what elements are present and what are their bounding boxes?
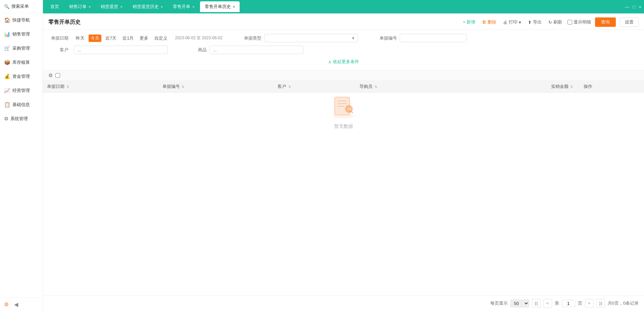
- goods-field[interactable]: [213, 47, 300, 52]
- tab-home[interactable]: 首页: [46, 1, 64, 12]
- export-icon: ⬆: [528, 20, 532, 25]
- order-no-input[interactable]: [400, 34, 467, 42]
- date-opt-yesterday[interactable]: 昨天: [74, 35, 87, 42]
- select-all-checkbox[interactable]: [55, 73, 60, 78]
- empty-text: 暂无数据: [334, 123, 353, 129]
- tab-retail-history-label: 零售开单历史: [205, 4, 231, 10]
- sidebar-search[interactable]: 🔍 搜索采单: [0, 0, 43, 13]
- th-salesman[interactable]: 导购员 ⇅: [355, 81, 454, 93]
- date-options: 昨天 今天 近7天 近1月 更多 自定义: [74, 35, 169, 42]
- prev-page-button[interactable]: ＜: [543, 299, 552, 308]
- sort-icon: ⇅: [182, 85, 184, 89]
- tab-sales-return-label: 销货退货: [101, 4, 118, 10]
- sidebar-item-system[interactable]: ⚙ 系统管理: [0, 112, 43, 126]
- sidebar-item-quick-nav[interactable]: 🏠 快捷导航: [0, 13, 43, 27]
- date-opt-today[interactable]: 今天: [89, 35, 101, 42]
- delete-button[interactable]: 🗑 删除: [481, 18, 498, 26]
- filter-row-date: 单据日期 昨天 今天 近7天 近1月 更多 自定义 2023-06-02 至 2…: [48, 34, 639, 42]
- sidebar-item-purchase-mgmt[interactable]: 🛒 采购管理: [0, 41, 43, 55]
- tab-sales-return-history-label: 销货退货历史: [133, 4, 159, 10]
- page-number-input[interactable]: 1: [562, 300, 575, 307]
- tab-sales-order-label: 销售订单: [69, 4, 87, 10]
- date-opt-custom[interactable]: 自定义: [152, 35, 169, 42]
- query-button[interactable]: 查询: [595, 17, 616, 27]
- tab-retail-open-label: 零售开单: [173, 4, 190, 10]
- customer-field[interactable]: [78, 47, 164, 52]
- date-opt-7days[interactable]: 近7天: [103, 35, 118, 42]
- add-button[interactable]: + 新增: [461, 18, 477, 26]
- close-button[interactable]: ×: [639, 4, 641, 9]
- refresh-button[interactable]: ↻ 刷新: [547, 18, 563, 26]
- sidebar-item-operations[interactable]: 📈 经营管理: [0, 84, 43, 98]
- purchase-icon: 🛒: [4, 45, 10, 51]
- order-no-field[interactable]: [403, 36, 463, 41]
- sort-icon: ⇅: [66, 85, 69, 89]
- search-icon: 🔍: [4, 4, 9, 9]
- th-amount[interactable]: 实销金额 ⇅: [454, 81, 580, 93]
- collapse-icon[interactable]: ◀: [14, 301, 18, 308]
- th-customer[interactable]: 客户 ⇅: [274, 81, 355, 93]
- print-button[interactable]: 🖨 打印 ▾: [502, 18, 523, 26]
- data-table: 单据日期 ⇅ 单据编号 ⇅ 客户 ⇅: [43, 81, 644, 93]
- customer-input[interactable]: [74, 46, 168, 54]
- date-opt-1month[interactable]: 近1月: [120, 35, 136, 42]
- close-icon[interactable]: ×: [161, 5, 163, 9]
- filter-row-customer: 客户 商品: [48, 46, 639, 54]
- sales-icon: 📊: [4, 31, 10, 37]
- tab-retail-history[interactable]: 零售开单历史 ×: [200, 1, 240, 12]
- filter-area: 单据日期 昨天 今天 近7天 近1月 更多 自定义 2023-06-02 至 2…: [43, 30, 644, 70]
- close-icon[interactable]: ×: [192, 5, 194, 9]
- page-title: 零售开单历史: [48, 19, 461, 26]
- date-opt-more[interactable]: 更多: [138, 35, 150, 42]
- page-label-after: 页: [578, 300, 582, 306]
- settings-icon[interactable]: ⚙: [4, 301, 9, 308]
- finance-icon: 💰: [4, 73, 10, 80]
- table-settings-gear[interactable]: ⚙: [48, 72, 53, 79]
- collapse-conditions[interactable]: ∧ 收起更多条件: [48, 57, 639, 66]
- per-page-label: 每页显示: [490, 300, 508, 306]
- chevron-down-icon: ▾: [352, 36, 354, 41]
- refresh-icon: ↻: [548, 20, 552, 25]
- sidebar-item-label: 销售管理: [12, 31, 30, 37]
- next-page-button[interactable]: ＞: [585, 299, 594, 308]
- minimize-button[interactable]: —: [625, 4, 630, 9]
- last-page-button[interactable]: ⟩⟩: [596, 299, 605, 308]
- toolbar: + 新增 🗑 删除 🖨 打印 ▾ ⬆ 导出 ↻ 刷新 显示明细: [461, 17, 639, 27]
- tab-sales-order[interactable]: 销售订单 ×: [64, 1, 95, 12]
- goods-input[interactable]: [209, 46, 303, 54]
- close-icon[interactable]: ×: [233, 5, 235, 9]
- sidebar-item-label: 资金管理: [12, 73, 30, 80]
- first-page-button[interactable]: ⟨⟨: [532, 299, 541, 308]
- tab-sales-return-history[interactable]: 销货退货历史 ×: [128, 1, 167, 12]
- date-range: 2023-06-02 至 2023-06-02: [175, 35, 222, 41]
- sidebar-bottom: ⚙ ◀: [0, 298, 43, 311]
- chevron-up-icon: ∧: [328, 59, 332, 64]
- export-button[interactable]: ⬆ 导出: [527, 18, 543, 26]
- close-icon[interactable]: ×: [89, 5, 91, 9]
- th-no[interactable]: 单据编号 ⇅: [158, 81, 274, 93]
- settings-button[interactable]: 设置: [620, 17, 639, 27]
- sidebar-item-sales-mgmt[interactable]: 📊 销售管理: [0, 27, 43, 41]
- close-icon[interactable]: ×: [120, 5, 122, 9]
- sidebar-item-label: 库存核算: [12, 59, 30, 65]
- sidebar-item-label: 采购管理: [12, 45, 30, 51]
- order-type-select[interactable]: ▾: [264, 34, 358, 42]
- page-size-select[interactable]: 50 10 20 100: [510, 300, 529, 307]
- th-date[interactable]: 单据日期 ⇅: [43, 81, 158, 93]
- display-toggle-label: 显示明细: [574, 19, 591, 25]
- sidebar-item-inventory[interactable]: 📦 库存核算: [0, 55, 43, 69]
- display-toggle[interactable]: 显示明细: [567, 19, 591, 25]
- display-toggle-checkbox[interactable]: [567, 20, 572, 24]
- th-date-label: 单据日期: [47, 84, 64, 89]
- tab-retail-open[interactable]: 零售开单 ×: [168, 1, 199, 12]
- order-type-label: 单据类型: [241, 35, 261, 41]
- sidebar-item-basic-info[interactable]: 📋 基础信息: [0, 98, 43, 112]
- system-icon: ⚙: [4, 116, 8, 122]
- sidebar-item-finance[interactable]: 💰 资金管理: [0, 69, 43, 84]
- export-label: 导出: [533, 19, 542, 25]
- table-head: 单据日期 ⇅ 单据编号 ⇅ 客户 ⇅: [43, 81, 644, 93]
- goods-label: 商品: [187, 47, 207, 53]
- tab-sales-return[interactable]: 销货退货 ×: [96, 1, 127, 12]
- maximize-button[interactable]: □: [633, 4, 636, 9]
- th-amount-label: 实销金额: [551, 84, 568, 89]
